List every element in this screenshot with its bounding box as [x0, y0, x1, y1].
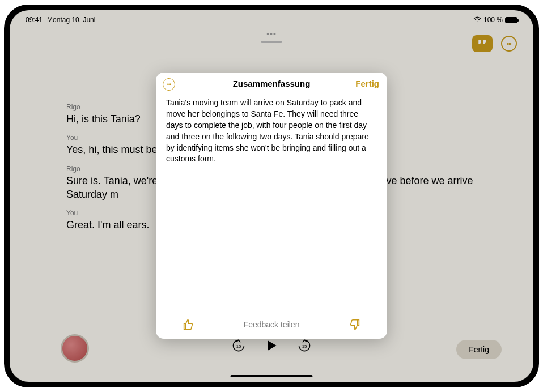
status-bar: 09:41 Montag 10. Juni 100 % [10, 14, 533, 25]
multitask-dots-icon[interactable]: ••• [266, 29, 277, 39]
skip-back-15-button[interactable]: 15 [230, 337, 247, 354]
play-button[interactable] [263, 337, 280, 354]
skip-forward-15-button[interactable]: 15 [296, 337, 313, 354]
ellipsis-circle-icon: ••• [167, 82, 171, 87]
ellipsis-circle-icon: ••• [501, 36, 517, 52]
battery-icon [505, 17, 517, 23]
modal-more-button[interactable]: ••• [163, 78, 175, 91]
thumbs-down-button[interactable] [349, 318, 361, 331]
status-date: Montag 10. Juni [47, 16, 95, 24]
modal-done-button[interactable]: Fertig [355, 79, 379, 88]
battery-percent: 100 % [483, 16, 503, 24]
home-indicator[interactable] [231, 375, 313, 377]
modal-footer: Feedback teilen [156, 312, 387, 339]
more-options-button[interactable]: ••• [499, 34, 519, 53]
transcript-summary-button[interactable] [472, 35, 493, 52]
svg-text:15: 15 [302, 344, 307, 349]
summary-text: Tania's moving team will arrive on Satur… [156, 92, 387, 312]
wifi-icon [473, 16, 481, 24]
quote-icon [477, 39, 487, 49]
summary-modal: ••• Zusammenfassung Fertig Tania's movin… [156, 73, 387, 339]
svg-text:15: 15 [236, 344, 241, 349]
modal-header: ••• Zusammenfassung Fertig [156, 73, 387, 92]
screen: 09:41 Montag 10. Juni 100 % ••• [10, 10, 533, 382]
done-button[interactable]: Fertig [456, 340, 502, 359]
done-button-label: Fertig [469, 345, 489, 354]
status-time: 09:41 [26, 16, 43, 24]
ipad-frame: 09:41 Montag 10. Juni 100 % ••• [4, 5, 539, 387]
app-top-area: ••• [10, 26, 533, 49]
feedback-label[interactable]: Feedback teilen [244, 320, 300, 329]
grabber-handle[interactable] [261, 41, 282, 43]
thumbs-up-button[interactable] [182, 318, 194, 331]
modal-title: Zusammenfassung [233, 79, 311, 88]
